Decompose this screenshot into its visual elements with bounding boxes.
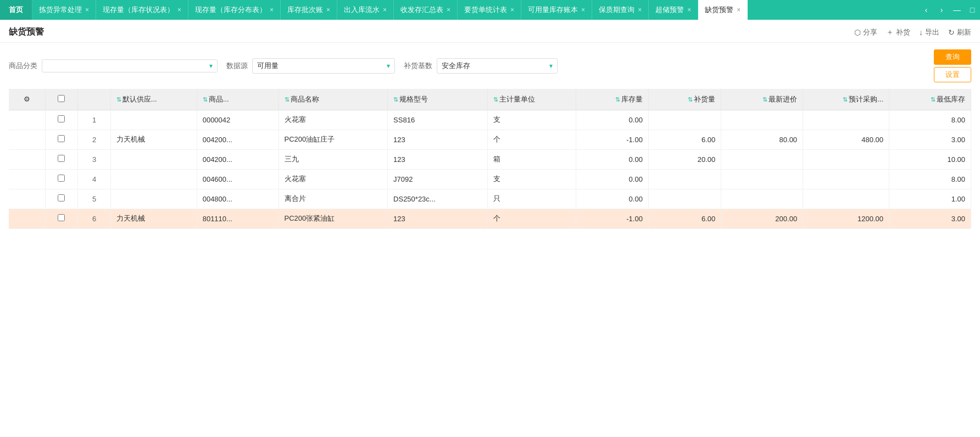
row-check-1[interactable] [45,130,78,149]
replenish-base-chevron-icon: ▾ [549,62,553,70]
row-est-purchase-3 [803,169,889,189]
row-unit-2: 箱 [488,149,576,169]
replenish-icon: ＋ [886,27,894,37]
tab-close-exception[interactable]: × [85,6,89,14]
shortage-table: ⚙ ⇅默认供应... ⇅商品... ⇅商品名称 [9,89,971,229]
table-row: 2 力天机械 004200... PC200油缸庄子 123 个 -1.00 6… [9,130,971,149]
tab-label-collect-summary: 收发存汇总表 [400,5,443,15]
col-latest-price[interactable]: ⇅最新进价 [721,89,803,110]
col-min-stock[interactable]: ⇅最低库存 [889,89,971,110]
gear-icon: ⚙ [24,95,30,103]
replenish-button[interactable]: ＋ 补货 [886,27,910,37]
col-name[interactable]: ⇅商品名称 [279,89,388,110]
stock-sort-icon: ⇅ [615,96,620,103]
settings-button[interactable]: 设置 [934,67,971,82]
col-replenish[interactable]: ⇅补货量 [648,89,721,110]
col-code[interactable]: ⇅商品... [197,89,279,110]
tab-close-available-ledger[interactable]: × [581,6,585,14]
col-check [45,89,78,110]
tab-close-collect-summary[interactable]: × [447,6,450,14]
tab-order-stats[interactable]: 要货单统计表× [458,0,521,20]
category-select[interactable]: ▾ [42,59,218,72]
row-check-2[interactable] [45,149,78,169]
replenish-base-select[interactable]: 安全库存 ▾ [437,58,558,74]
category-filter-group: 商品分类 ▾ [9,59,218,72]
select-all-checkbox[interactable] [58,95,65,102]
tab-exception[interactable]: 拣货异常处理× [32,0,96,20]
export-button[interactable]: ↓ 导出 [919,27,939,37]
row-supplier-4 [110,189,197,209]
tab-close-overstock[interactable]: × [687,6,691,14]
row-checkbox-4[interactable] [58,194,65,201]
row-checkbox-3[interactable] [58,175,65,182]
tab-close-inout-flow[interactable]: × [383,6,387,14]
row-num-3: 4 [78,169,111,189]
tab-batch-account[interactable]: 库存批次账× [281,0,337,20]
row-supplier-0 [110,110,197,130]
filter-actions: 查询 设置 [934,49,971,82]
tab-bar: 首页拣货异常处理×现存量（库存状况表）×现存量（库存分布表）×库存批次账×出入库… [0,0,980,20]
query-button[interactable]: 查询 [934,49,971,65]
row-unit-5: 个 [488,209,576,228]
row-check-3[interactable] [45,169,78,189]
tab-expiry-query[interactable]: 保质期查询× [592,0,649,20]
tab-close-inventory-dist[interactable]: × [270,6,274,14]
row-checkbox-5[interactable] [58,214,65,221]
refresh-button[interactable]: ↻ 刷新 [948,27,971,37]
col-unit[interactable]: ⇅主计量单位 [488,89,576,110]
tab-collect-summary[interactable]: 收发存汇总表× [394,0,458,20]
tab-prev-btn[interactable]: ‹ [918,0,934,20]
col-supplier[interactable]: ⇅默认供应... [110,89,197,110]
tab-home[interactable]: 首页 [0,0,32,20]
datasource-filter-group: 数据源 可用量 ▾ [226,58,395,74]
tab-nav-buttons: ‹ › — □ [918,0,980,20]
refresh-icon: ↻ [948,28,955,37]
row-check-5[interactable] [45,209,78,228]
row-unit-0: 支 [488,110,576,130]
col-spec[interactable]: ⇅规格型号 [388,89,488,110]
share-button[interactable]: ⬡ 分享 [854,27,877,37]
row-check-0[interactable] [45,110,78,130]
col-est-purchase[interactable]: ⇅预计采购... [803,89,889,110]
tab-close-shortage[interactable]: × [737,6,740,14]
tab-maximize-btn[interactable]: □ [965,0,980,20]
row-name-1: PC200油缸庄子 [279,130,388,149]
tab-close-batch-account[interactable]: × [326,6,330,14]
row-checkbox-1[interactable] [58,135,65,142]
row-unit-4: 只 [488,189,576,209]
table-row: 6 力天机械 801110... PC200张紧油缸 123 个 -1.00 6… [9,209,971,228]
row-num-1: 2 [78,130,111,149]
latest-price-sort-icon: ⇅ [762,96,767,103]
tab-available-ledger[interactable]: 可用量库存账本× [521,0,592,20]
row-stock-4: 0.00 [576,189,648,209]
row-replenish-1: 6.00 [648,130,721,149]
category-label: 商品分类 [9,61,37,71]
tab-label-inout-flow: 出入库流水 [344,5,380,15]
tab-inout-flow[interactable]: 出入库流水× [337,0,394,20]
tab-inventory-dist[interactable]: 现存量（库存分布表）× [188,0,281,20]
replenish-sort-icon: ⇅ [688,96,693,103]
row-spec-3: J7092 [388,169,488,189]
col-settings[interactable]: ⚙ [9,89,45,110]
tab-inventory-status[interactable]: 现存量（库存状况表）× [96,0,188,20]
tab-next-btn[interactable]: › [934,0,949,20]
spec-sort-icon: ⇅ [393,96,398,103]
table-container: ⚙ ⇅默认供应... ⇅商品... ⇅商品名称 [0,89,980,229]
datasource-select[interactable]: 可用量 ▾ [252,58,395,74]
tab-minimize-btn[interactable]: — [949,0,965,20]
row-check-4[interactable] [45,189,78,209]
row-est-purchase-2 [803,149,889,169]
row-checkbox-0[interactable] [58,115,65,122]
tab-overstock[interactable]: 超储预警× [649,0,698,20]
tab-shortage[interactable]: 缺货预警× [698,0,748,20]
category-chevron-icon: ▾ [209,62,213,70]
datasource-value: 可用量 [257,61,279,71]
tab-close-order-stats[interactable]: × [510,6,514,14]
row-name-0: 火花塞 [279,110,388,130]
replenish-base-value: 安全库存 [442,61,470,71]
tab-close-inventory-status[interactable]: × [177,6,181,14]
row-num-5: 6 [78,209,111,228]
row-checkbox-2[interactable] [58,155,65,162]
tab-close-expiry-query[interactable]: × [638,6,642,14]
col-stock[interactable]: ⇅库存量 [576,89,648,110]
